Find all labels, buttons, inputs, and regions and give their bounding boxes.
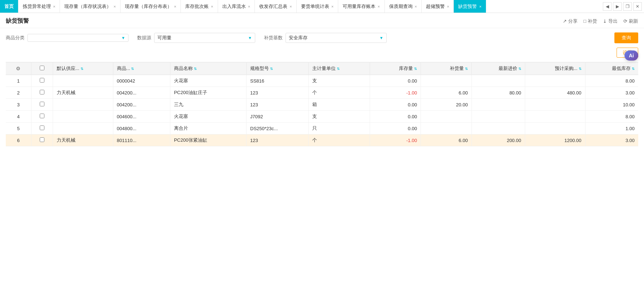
cell-num: 2 [6, 87, 31, 99]
tab-overstock-close[interactable]: × [447, 4, 449, 9]
sort-price[interactable]: 最新进价 ⇅ [499, 65, 521, 72]
cell-unit: 只 [308, 123, 370, 134]
tab-inv-status-close[interactable]: × [113, 4, 116, 9]
cell-name: 火花塞 [170, 111, 246, 123]
sort-code[interactable]: 商品... ⇅ [117, 65, 134, 72]
sort-stock[interactable]: 库存量 ⇅ [399, 65, 417, 72]
share-button[interactable]: ↗ 分享 [563, 18, 578, 25]
tab-avail-close[interactable]: × [378, 4, 380, 9]
sort-replenish-icon: ⇅ [465, 67, 468, 71]
sort-supplier[interactable]: 默认供应... ⇅ [57, 65, 83, 72]
tab-summary-close[interactable]: × [290, 4, 292, 9]
nav-restore-button[interactable]: ❐ [623, 2, 632, 11]
cell-name: 火花塞 [170, 75, 246, 87]
nav-next-button[interactable]: ▶ [613, 2, 622, 11]
cell-stock: -1.00 [370, 134, 421, 146]
row-checkbox[interactable] [40, 125, 44, 130]
cell-check [31, 87, 53, 99]
cell-spec: DS250*23c... [247, 123, 309, 134]
cell-code: 801110... [113, 134, 170, 146]
tab-overstock[interactable]: 超储预警 × [422, 0, 454, 13]
cell-num: 4 [6, 111, 31, 123]
tab-req-close[interactable]: × [331, 4, 334, 9]
sort-name[interactable]: 商品名称 ⇅ [174, 65, 197, 72]
datasource-arrow-icon: ▼ [248, 36, 252, 40]
tab-picking-label: 拣货异常处理 [23, 3, 51, 10]
table-header-row: ⚙ 默认供应... ⇅ 商品... ⇅ [6, 62, 638, 75]
tab-summary-label: 收发存汇总表 [259, 3, 287, 10]
cell-latest-price: 80.00 [471, 87, 525, 99]
tab-inout-close[interactable]: × [248, 4, 250, 9]
cell-code: 004200... [113, 87, 170, 99]
tab-inventory-status[interactable]: 现存量（库存状况表） × [60, 0, 120, 13]
refresh-button[interactable]: ⟳ 刷新 [623, 18, 638, 25]
cell-unit: 个 [308, 87, 370, 99]
cell-latest-price: 200.00 [471, 134, 525, 146]
row-checkbox[interactable] [40, 78, 44, 83]
tab-available-ledger[interactable]: 可用量库存账本 × [338, 0, 384, 13]
th-stock: 库存量 ⇅ [370, 62, 421, 75]
nav-close-button[interactable]: ✕ [633, 2, 642, 11]
row-checkbox[interactable] [40, 90, 44, 94]
refresh-label: 刷新 [629, 18, 638, 25]
tab-requisition[interactable]: 要货单统计表 × [297, 0, 338, 13]
tab-expiry-query[interactable]: 保质期查询 × [385, 0, 422, 13]
sort-price-icon: ⇅ [518, 67, 521, 71]
ai-badge[interactable]: Ai [625, 50, 638, 61]
cell-unit: 支 [308, 111, 370, 123]
replenish-button[interactable]: □ 补货 [583, 18, 597, 25]
sort-min-stock[interactable]: 最低库存 ⇅ [612, 65, 635, 72]
tab-shortage-close[interactable]: × [479, 4, 481, 9]
sort-unit[interactable]: 主计量单位 ⇅ [312, 65, 340, 72]
cell-unit: 箱 [308, 99, 370, 111]
cell-stock: 0.00 [370, 99, 421, 111]
cell-latest-price [471, 75, 525, 87]
cell-spec: 123 [247, 87, 309, 99]
tab-inventory-dist[interactable]: 现存量（库存分布表） × [121, 0, 181, 13]
tab-inv-dist-close[interactable]: × [174, 4, 176, 9]
tab-home[interactable]: 首页 [0, 0, 18, 13]
cell-name: 离合片 [170, 123, 246, 134]
tab-req-label: 要货单统计表 [301, 3, 329, 10]
th-settings[interactable]: ⚙ [6, 62, 31, 75]
share-icon: ↗ [563, 18, 567, 24]
category-select[interactable]: ▼ [27, 34, 129, 42]
export-label: 导出 [608, 18, 618, 25]
row-checkbox[interactable] [40, 114, 44, 118]
nav-prev-button[interactable]: ◀ [603, 2, 612, 11]
sort-purchase[interactable]: 预计采购... ⇅ [555, 65, 582, 72]
replenish-base-select[interactable]: 安全库存 ▼ [286, 33, 387, 43]
tab-picking-exception[interactable]: 拣货异常处理 × [18, 0, 60, 13]
table-row: 6 力天机械 801110... PC200张紧油缸 123 个 -1.00 6… [6, 134, 638, 146]
datasource-filter: 数据源 可用量 ▼ [137, 33, 255, 43]
tab-inout-flow[interactable]: 出入库流水 × [218, 0, 255, 13]
tab-picking-close[interactable]: × [53, 4, 55, 9]
cell-name: PC200张紧油缸 [170, 134, 246, 146]
tab-shortage[interactable]: 缺货预警 × [454, 0, 486, 13]
th-min-stock-label: 最低库存 [612, 65, 631, 72]
gear-icon[interactable]: ⚙ [16, 66, 21, 71]
tab-expiry-label: 保质期查询 [389, 3, 413, 10]
tab-batch-close[interactable]: × [211, 4, 213, 9]
sort-spec[interactable]: 规格型号 ⇅ [250, 65, 273, 72]
nav-controls: ◀ ▶ ❐ ✕ [601, 2, 644, 11]
export-button[interactable]: ⤓ 导出 [603, 18, 618, 25]
row-checkbox[interactable] [40, 102, 44, 106]
row-checkbox[interactable] [40, 137, 44, 142]
table-row: 4 004600... 火花塞 J7092 支 0.00 8.00 [6, 111, 638, 123]
query-button[interactable]: 查询 [614, 32, 638, 43]
tab-batch-account[interactable]: 库存批次账 × [181, 0, 218, 13]
tab-summary[interactable]: 收发存汇总表 × [255, 0, 296, 13]
tab-expiry-close[interactable]: × [415, 4, 417, 9]
page-container: 缺货预警 ↗ 分享 □ 补货 ⤓ 导出 ⟳ 刷新 商品分类 [0, 13, 644, 287]
th-spec: 规格型号 ⇅ [247, 62, 309, 75]
filter-area: 商品分类 ▼ 数据源 可用量 ▼ 补货基数 安全库存 ▼ 查询 [0, 28, 644, 48]
table-row: 3 004200... 三九 123 箱 0.00 20.00 10.00 [6, 99, 638, 111]
th-name: 商品名称 ⇅ [170, 62, 246, 75]
sort-replenish[interactable]: 补货量 ⇅ [450, 65, 468, 72]
th-replenish-label: 补货量 [450, 65, 464, 72]
filter-buttons: 查询 [614, 32, 638, 43]
replenish-base-value: 安全库存 [289, 35, 308, 41]
datasource-select[interactable]: 可用量 ▼ [154, 33, 255, 43]
select-all-checkbox[interactable] [40, 66, 44, 70]
